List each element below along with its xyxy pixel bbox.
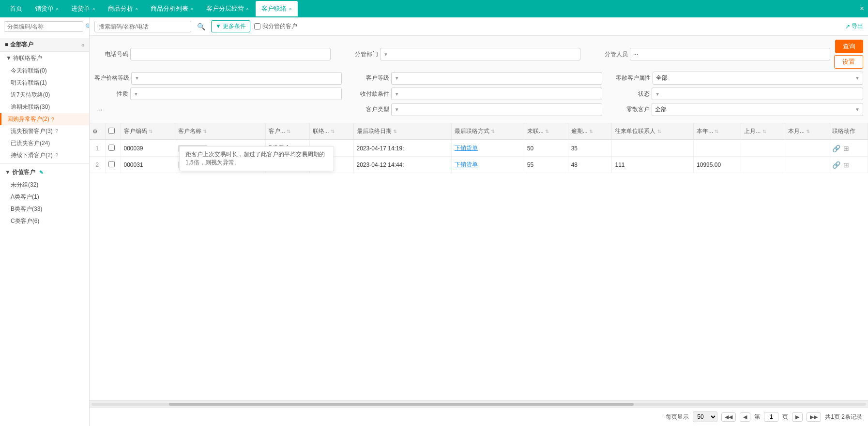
th-last-month[interactable]: 上月... ⇅ [741,123,785,140]
nav-tab-analysis-close[interactable]: × [135,6,138,12]
adv-field-customer-level-input[interactable]: ▼ [391,72,603,85]
th-actions: 联络动作 [829,123,868,140]
page-input[interactable] [764,412,778,422]
th-type[interactable]: 客户... ⇅ [265,123,309,140]
th-last-date[interactable]: 最后联络日期 ⇅ [353,123,451,140]
scroll-thumb[interactable] [169,403,634,406]
last-page-button[interactable]: ▶▶ [807,412,821,422]
help-icon[interactable]: ? [51,117,54,122]
scroll-track[interactable] [91,403,866,406]
nav-tab-analysis-list-close[interactable]: × [190,6,193,12]
adv-filter-row-4: ··· 客户类型 ▼ 零散客户 全部 ▼ [94,103,863,116]
sort-no-contact-icon: ⇅ [545,129,549,134]
sort-contact-icon: ⇅ [331,129,335,134]
my-customers-checkbox[interactable] [254,23,260,29]
decline-help-icon[interactable]: ? [55,152,58,158]
nav-tab-analysis-list[interactable]: 商品分析列表 × [145,1,199,16]
row-1-link-icon[interactable]: 🔗 [832,145,840,152]
row-2-last-method[interactable]: 下销货单 [451,157,524,173]
window-close-button[interactable]: × [860,4,864,13]
adv-field-price-level-input[interactable]: ▼ [131,72,342,85]
th-contact[interactable]: 联络... ⇅ [309,123,353,140]
adv-field-payment-input[interactable]: ▼ [391,88,603,100]
adv-field-phone: 电话号码 [94,48,331,60]
sidebar-all-customers[interactable]: ■ 全部客户 « [0,38,89,52]
row-2-method-link[interactable]: 下销货单 [455,161,478,168]
th-last-method[interactable]: 最后联络方式 ⇅ [451,123,524,140]
more-conditions-button[interactable]: ▼ 更多条件 [211,20,250,32]
adv-field-scatter-input[interactable]: 全部 ▼ [652,103,863,116]
lost-predict-help-icon[interactable]: ? [55,128,58,134]
adv-field-customer-type-input[interactable]: ▼ [391,103,603,116]
filter-search-button[interactable]: 🔍 [195,22,207,31]
sidebar-item-b-class[interactable]: B类客户(33) [0,203,89,215]
sidebar-search-icon[interactable]: 🔍 [85,23,90,30]
adv-field-status-label: 状态 [616,90,650,98]
select-all-checkbox[interactable] [108,128,115,134]
adv-field-phone-input[interactable] [130,48,331,60]
sidebar-item-c-class[interactable]: C类客户(6) [0,215,89,227]
per-page-label: 每页显示 [666,413,689,421]
th-contact-person[interactable]: 往来单位联系人 ⇅ [612,123,694,140]
nav-tab-sales-close[interactable]: × [56,6,59,12]
next-page-button[interactable]: ▶ [792,412,803,422]
filter-search-input[interactable] [94,21,191,32]
th-overdue[interactable]: 逾期... ⇅ [568,123,612,140]
adv-field-dept-input[interactable]: ▼ [380,48,580,60]
sidebar-item-abnormal[interactable]: 回购异常客户(2) ? [0,113,89,125]
nav-tab-customer-layers-close[interactable]: × [246,6,249,12]
nav-tab-customer-layers[interactable]: 客户分层经营 × [200,1,255,16]
adv-field-ellipsis-input[interactable]: ··· [94,103,342,116]
row-2-checkbox[interactable] [108,161,115,167]
sidebar-item-tomorrow[interactable]: 明天待联络(1) [0,77,89,89]
sidebar-item-7days[interactable]: 近7天待联络(0) [0,89,89,101]
th-this-year[interactable]: 本年... ⇅ [694,123,741,140]
th-name[interactable]: 客户名称 ⇅ [175,123,266,140]
adv-field-manager-input[interactable]: ··· [630,48,830,60]
adv-field-scatter-attr-input[interactable]: 全部 ▼ [653,72,863,85]
row-2-checkbox-cell [105,157,121,173]
pagination-bar: 每页显示 50 20 100 ◀◀ ◀ 第 页 ▶ ▶▶ 共1页 2条记录 [90,407,868,426]
sidebar-search-input[interactable] [4,21,83,32]
adv-field-status-input[interactable]: ▼ [652,88,863,100]
sidebar-pending-group-title[interactable]: ▼ 待联络客户 [0,52,89,65]
row-1-last-method[interactable]: 下销货单 [451,140,524,157]
sidebar-item-a-class[interactable]: A类客户(1) [0,191,89,203]
row-1-grid-icon[interactable]: ⊞ [843,145,849,152]
nav-tab-customer-contact[interactable]: 客户联络 × [256,1,297,16]
row-2-link-icon[interactable]: 🔗 [832,161,840,169]
sidebar-item-overdue[interactable]: 逾期未联络(30) [0,101,89,113]
nav-tab-home[interactable]: 首页 [4,1,28,16]
value-group-edit-icon[interactable]: ✎ [39,170,43,175]
th-settings[interactable]: ⚙ [90,123,105,140]
settings-button[interactable]: 设置 [834,55,863,69]
prev-page-button[interactable]: ◀ [740,412,750,422]
row-2-grid-icon[interactable]: ⊞ [843,161,849,169]
nav-tab-customer-contact-close[interactable]: × [289,6,291,12]
row-1-checkbox[interactable] [108,145,115,151]
th-this-month[interactable]: 本月... ⇅ [785,123,829,140]
sidebar-item-ungroup[interactable]: 未分组(32) [0,179,89,191]
export-button[interactable]: ↗ 导出 [845,22,863,30]
sidebar-item-continuous-decline[interactable]: 持续下滑客户(2) ? [0,149,89,162]
row-2-number: 2 [90,157,105,173]
horizontal-scrollbar[interactable] [90,400,868,407]
row-1-method-link[interactable]: 下销货单 [455,145,478,151]
th-code[interactable]: 客户编码 ⇅ [121,123,175,140]
my-customers-checkbox-area[interactable]: 我分管的客户 [254,22,297,30]
nav-tab-sales[interactable]: 销货单 × [29,1,64,16]
adv-field-nature-input[interactable]: ▼ [130,88,342,100]
sidebar-value-group[interactable]: ▼ 价值客户 ✎ [0,166,89,179]
sidebar-item-lost-predict[interactable]: 流失预警客户(3) ? [0,125,89,137]
nav-tab-purchase[interactable]: 进货单 × [65,1,101,16]
sidebar-item-lost[interactable]: 已流失客户(24) [0,137,89,149]
per-page-select[interactable]: 50 20 100 [693,411,717,422]
nav-tab-purchase-close[interactable]: × [92,6,95,12]
row-2-this-month [785,157,829,173]
query-button[interactable]: 查询 [835,40,863,53]
th-no-contact[interactable]: 未联... ⇅ [524,123,568,140]
sidebar-collapse-btn[interactable]: « [81,42,84,48]
sidebar-item-today[interactable]: 今天待联络(0) [0,65,89,77]
nav-tab-analysis[interactable]: 商品分析 × [102,1,144,16]
first-page-button[interactable]: ◀◀ [721,412,736,422]
